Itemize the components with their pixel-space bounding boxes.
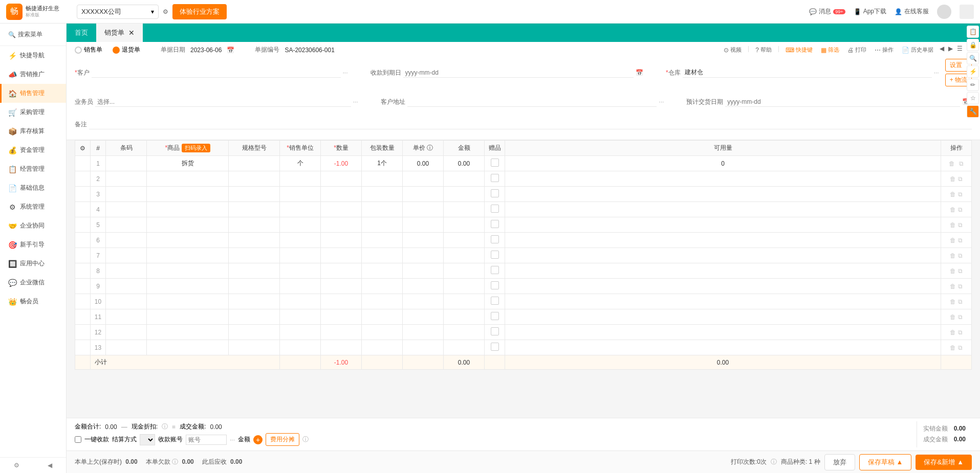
row1-copy-icon[interactable]: ⧉ <box>959 160 964 167</box>
row1-product[interactable]: 拆货 <box>147 156 229 171</box>
print-btn[interactable]: 🖨 打印 <box>845 45 868 55</box>
warehouse-dots-icon[interactable]: ··· <box>932 69 941 76</box>
row3-copy-icon[interactable]: ⧉ <box>958 191 963 198</box>
fee-split-button[interactable]: 费用分摊 <box>266 433 299 446</box>
right-panel-star-btn[interactable]: ☆ <box>967 92 979 104</box>
row10-copy-icon[interactable]: ⧉ <box>958 298 963 305</box>
row2-copy-icon[interactable]: ⧉ <box>958 175 963 183</box>
add-payment-button[interactable]: + <box>253 435 263 444</box>
row8-copy-icon[interactable]: ⧉ <box>958 267 963 275</box>
radio-sale[interactable]: 销售单 <box>75 46 102 54</box>
right-panel-note-btn[interactable]: 📋 <box>967 26 979 38</box>
row7-copy-icon[interactable]: ⧉ <box>958 252 963 259</box>
payment-method-select[interactable] <box>140 434 155 445</box>
discard-button[interactable]: 放弃 <box>824 454 855 470</box>
remarks-input[interactable] <box>89 120 972 129</box>
account-dots-icon[interactable]: ··· <box>230 436 235 443</box>
row1-spec[interactable] <box>229 156 280 171</box>
one-click-pay-checkbox[interactable] <box>75 436 81 443</box>
shortcut-btn[interactable]: ⌨ 快捷键 <box>783 45 815 55</box>
row1-quantity[interactable]: -1.00 <box>321 156 362 171</box>
row12-copy-icon[interactable]: ⧉ <box>958 329 963 336</box>
right-panel-search-btn[interactable]: 🔍 <box>967 52 979 64</box>
history-btn[interactable]: 📄 历史单据 <box>900 45 935 55</box>
row11-copy-icon[interactable]: ⧉ <box>958 313 963 321</box>
sidebar-settings-btn[interactable]: ⚙ <box>14 462 19 469</box>
customer-dots-icon[interactable]: ··· <box>341 69 350 76</box>
sidebar-item-beginner-guide[interactable]: 🎯 新手引导 <box>0 235 66 254</box>
due-date-input[interactable] <box>403 68 634 78</box>
row1-amount[interactable]: 0.00 <box>444 156 485 171</box>
calendar-icon[interactable]: 📅 <box>227 47 234 54</box>
nav-next-icon[interactable]: ▶ <box>948 45 953 55</box>
trial-button[interactable]: 体验行业方案 <box>172 4 227 19</box>
scan-button[interactable]: 扫码录入 <box>182 144 210 152</box>
sidebar-item-system-mgmt[interactable]: ⚙ 系统管理 <box>0 197 66 216</box>
row5-copy-icon[interactable]: ⧉ <box>958 221 963 229</box>
row12-delete-icon[interactable]: 🗑 <box>950 329 956 336</box>
tab-home[interactable]: 首页 <box>67 24 96 42</box>
sidebar-item-basic-info[interactable]: 📄 基础信息 <box>0 178 66 197</box>
row13-copy-icon[interactable]: ⧉ <box>958 344 963 351</box>
row1-pack-qty[interactable]: 1个 <box>362 156 403 171</box>
company-selector[interactable]: XXXXXX公司 ▾ <box>77 5 159 19</box>
expected-delivery-input[interactable] <box>725 97 960 107</box>
row6-copy-icon[interactable]: ⧉ <box>958 237 963 244</box>
settings-icon[interactable]: ⚙ <box>163 8 168 15</box>
sidebar-item-inventory[interactable]: 📦 库存核算 <box>0 122 66 141</box>
payment-account-input[interactable] <box>186 435 227 445</box>
row1-barcode[interactable] <box>106 156 147 171</box>
row10-delete-icon[interactable]: 🗑 <box>950 298 956 305</box>
sidebar-item-operations[interactable]: 📋 经营管理 <box>0 160 66 178</box>
row5-delete-icon[interactable]: 🗑 <box>950 221 956 229</box>
salesperson-input[interactable] <box>95 97 351 107</box>
row4-copy-icon[interactable]: ⧉ <box>958 206 963 213</box>
row7-delete-icon[interactable]: 🗑 <box>950 252 956 259</box>
tab-sales-order[interactable]: 销货单 ✕ <box>96 24 143 42</box>
row4-delete-icon[interactable]: 🗑 <box>950 206 956 213</box>
save-draft-chevron[interactable]: ▲ <box>897 458 903 466</box>
tab-close-icon[interactable]: ✕ <box>128 29 135 37</box>
row1-delete-icon[interactable]: 🗑 <box>949 160 955 167</box>
online-service-button[interactable]: 👤 在线客服 <box>895 7 929 16</box>
sidebar-item-enterprise-collab[interactable]: 🤝 企业协同 <box>0 216 66 235</box>
message-button[interactable]: 💬 消息 99+ <box>809 7 845 16</box>
row6-delete-icon[interactable]: 🗑 <box>950 237 956 244</box>
col-settings[interactable]: ⚙ <box>75 141 91 156</box>
salesperson-dots-icon[interactable]: ··· <box>351 98 360 105</box>
radio-return[interactable]: 退货单 <box>113 46 140 54</box>
layout-list-icon[interactable]: ☰ <box>957 45 963 55</box>
help-btn[interactable]: ? 帮助 <box>753 45 774 55</box>
search-menu-button[interactable]: 🔍 搜索菜单 <box>4 28 62 41</box>
app-download-button[interactable]: 📱 App下载 <box>854 7 886 16</box>
warehouse-input[interactable] <box>683 68 932 78</box>
row11-delete-icon[interactable]: 🗑 <box>950 313 956 321</box>
video-btn[interactable]: ⊙ 视频 <box>722 45 744 55</box>
address-dots-icon[interactable]: ··· <box>657 98 666 105</box>
row8-delete-icon[interactable]: 🗑 <box>950 267 956 275</box>
sidebar-collapse-btn[interactable]: ◀ <box>48 462 52 469</box>
sidebar-item-purchase-mgmt[interactable]: 🛒 采购管理 <box>0 103 66 122</box>
sidebar-item-marketing[interactable]: 📣 营销推广 <box>0 65 66 84</box>
row9-delete-icon[interactable]: 🗑 <box>950 283 956 290</box>
nav-prev-icon[interactable]: ◀ <box>940 45 944 55</box>
right-panel-edit-btn[interactable]: ✏ <box>967 79 979 91</box>
right-panel-lock-btn[interactable]: 🔒 <box>967 39 979 51</box>
filter-btn[interactable]: ▦ 筛选 <box>819 45 841 55</box>
row1-unit-price[interactable]: 0.00 <box>403 156 444 171</box>
right-panel-tool-btn[interactable]: 🔧 <box>967 105 979 118</box>
right-panel-quick-btn[interactable]: ⚡ <box>967 65 979 78</box>
operation-btn[interactable]: ⋯ 操作 <box>873 45 896 55</box>
sidebar-item-capital-mgmt[interactable]: 💰 资金管理 <box>0 141 66 160</box>
customer-input[interactable] <box>92 68 341 78</box>
row1-gift[interactable] <box>485 156 505 171</box>
save-new-chevron[interactable]: ▲ <box>957 458 964 466</box>
row3-delete-icon[interactable]: 🗑 <box>950 191 956 198</box>
sidebar-item-enterprise-wechat[interactable]: 💬 企业微信 <box>0 273 66 292</box>
user-menu-icon[interactable] <box>960 5 974 19</box>
save-draft-button[interactable]: 保存草稿 ▲ <box>859 454 912 470</box>
due-date-calendar-icon[interactable]: 📅 <box>634 69 645 76</box>
row13-delete-icon[interactable]: 🗑 <box>950 344 956 351</box>
sidebar-item-member[interactable]: 👑 畅会员 <box>0 292 66 311</box>
sidebar-item-sales-mgmt[interactable]: 🏠 销售管理 <box>0 84 66 103</box>
